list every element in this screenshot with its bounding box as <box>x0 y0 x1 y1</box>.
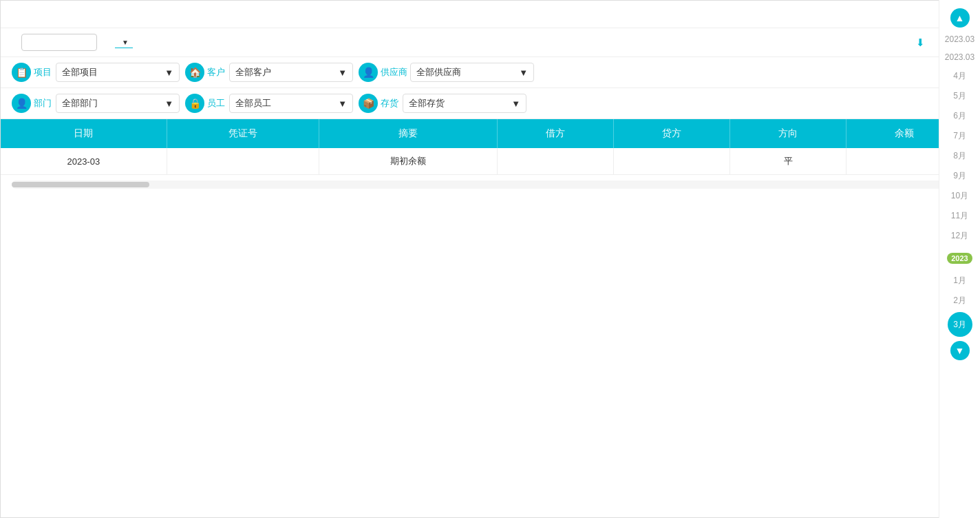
customer-value: 全部客户 <box>235 66 271 79</box>
col-header-方向: 方向 <box>730 119 846 148</box>
title-bar <box>1 1 963 28</box>
inventory-label: 存货 <box>381 97 400 110</box>
inventory-value: 全部存货 <box>409 97 445 110</box>
timeline-month-item[interactable]: 9月 <box>939 166 980 186</box>
year-badge: 2023 <box>947 253 972 264</box>
filter-row-2: 👤部门全部部门▼🔒员工全部员工▼📦存货全部存货▼ <box>1 88 963 119</box>
customer-label: 客户 <box>207 66 226 79</box>
col-header-凭证号: 凭证号 <box>167 119 319 148</box>
filter-group-supplier: 👤供应商全部供应商▼ <box>359 63 534 82</box>
employee-value: 全部员工 <box>235 97 271 110</box>
timeline-month-item[interactable]: 6月 <box>939 106 980 126</box>
download-icon: ⬇ <box>916 37 925 49</box>
project-icon: 📋 <box>12 63 31 82</box>
inventory-icon: 📦 <box>359 94 378 113</box>
supplier-label: 供应商 <box>381 66 407 79</box>
cell-date-0: 2023-03 <box>1 148 167 175</box>
timeline-month-item[interactable]: 2023.03 <box>939 48 980 66</box>
timeline-month-item[interactable]: 11月 <box>939 206 980 226</box>
filter-group-project: 📋项目全部项目▼ <box>12 63 180 82</box>
next-account-button[interactable] <box>101 41 107 44</box>
cell-direction-0: 平 <box>730 148 846 175</box>
project-label: 项目 <box>34 66 53 79</box>
supplier-icon: 👤 <box>359 63 378 82</box>
customer-select[interactable]: 全部客户▼ <box>229 63 353 82</box>
account-code-display <box>21 34 97 51</box>
filter-row-1: 📋项目全部项目▼🏠客户全部客户▼👤供应商全部供应商▼ <box>1 57 963 88</box>
col-header-摘要: 摘要 <box>319 119 498 148</box>
filter-group-inventory: 📦存货全部存货▼ <box>359 94 526 113</box>
timeline-month-item[interactable]: 1月 <box>939 271 980 291</box>
timeline-month-item[interactable]: 12月 <box>939 226 980 246</box>
timeline-month-item[interactable]: 2023.03 <box>939 30 980 48</box>
toolbar: ▼ ⬇ 🖨 <box>1 28 963 57</box>
timeline-active-item[interactable]: 3月 <box>948 312 972 337</box>
timeline-panel: ▲ 2023.032023.034月5月6月7月8月9月10月11月12月202… <box>939 0 980 518</box>
chevron-down-icon: ▼ <box>338 99 347 109</box>
chevron-down-icon: ▼ <box>511 99 520 109</box>
timeline-up-button[interactable]: ▲ <box>950 8 970 28</box>
department-icon: 👤 <box>12 94 31 113</box>
employee-icon: 🔒 <box>185 94 204 113</box>
filter-group-department: 👤部门全部部门▼ <box>12 94 180 113</box>
horizontal-scrollbar[interactable] <box>12 180 952 189</box>
chevron-down-icon: ▼ <box>338 68 347 78</box>
main-window: ▼ ⬇ 🖨 📋项目全部项目▼🏠客户全部客户▼👤供应商全部供应商▼ 👤部门全部部门… <box>0 0 963 518</box>
cell-debit-0 <box>498 148 614 175</box>
prev-account-button[interactable] <box>12 41 17 44</box>
cell-summary-0: 期初余额 <box>319 148 498 175</box>
table-row: 2023-03期初余额平 <box>1 148 963 175</box>
timeline-year-label[interactable]: 2023 <box>939 246 980 271</box>
employee-select[interactable]: 全部员工▼ <box>229 94 353 113</box>
project-value: 全部项目 <box>62 66 98 79</box>
account-nav <box>12 34 107 51</box>
customer-icon: 🏠 <box>185 63 204 82</box>
supplier-select[interactable]: 全部供应商▼ <box>410 63 534 82</box>
col-header-日期: 日期 <box>1 119 167 148</box>
department-label: 部门 <box>34 97 53 110</box>
filter-group-customer: 🏠客户全部客户▼ <box>185 63 353 82</box>
col-header-贷方: 贷方 <box>614 119 730 148</box>
timeline-month-item[interactable]: 5月 <box>939 86 980 106</box>
chevron-down-icon: ▼ <box>519 68 528 78</box>
timeline-month-item[interactable]: 2月 <box>939 291 980 311</box>
table-scroll-area[interactable]: 日期凭证号摘要借方贷方方向余额 2023-03期初余额平 <box>1 119 963 175</box>
project-select[interactable]: 全部项目▼ <box>56 63 180 82</box>
timeline-month-item[interactable]: 10月 <box>939 186 980 206</box>
cell-voucher-0 <box>167 148 319 175</box>
show-sub-select[interactable]: ▼ <box>115 37 133 48</box>
col-header-借方: 借方 <box>498 119 614 148</box>
cell-credit-0 <box>614 148 730 175</box>
timeline-month-item[interactable]: 4月 <box>939 66 980 86</box>
department-select[interactable]: 全部部门▼ <box>56 94 180 113</box>
ledger-table: 日期凭证号摘要借方贷方方向余额 2023-03期初余额平 <box>1 119 963 175</box>
employee-label: 员工 <box>207 97 226 110</box>
chevron-down-icon: ▼ <box>164 99 173 109</box>
filter-group-employee: 🔒员工全部员工▼ <box>185 94 353 113</box>
chevron-down-icon: ▼ <box>164 68 173 78</box>
download-button[interactable]: ⬇ <box>916 37 928 49</box>
timeline-down-button[interactable]: ▼ <box>950 341 970 360</box>
timeline-month-item[interactable]: 7月 <box>939 126 980 146</box>
supplier-value: 全部供应商 <box>416 66 461 79</box>
scrollbar-thumb <box>12 182 149 187</box>
inventory-select[interactable]: 全部存货▼ <box>403 94 526 113</box>
timeline-month-item[interactable]: 8月 <box>939 146 980 166</box>
chevron-down-icon: ▼ <box>122 39 129 46</box>
department-value: 全部部门 <box>62 97 98 110</box>
